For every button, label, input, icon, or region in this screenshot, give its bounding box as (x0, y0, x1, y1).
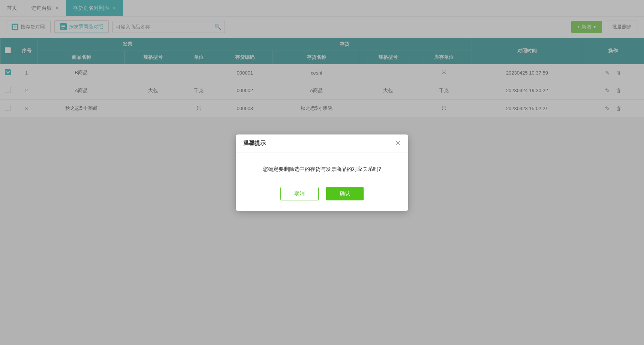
main-content: 序号 发票 存货 对照时间 操作 商品名称 规格型号 单位 存货编码 存货名称 … (0, 37, 644, 118)
modal-overlay: 温馨提示 ✕ 您确定要删除选中的存货与发票商品的对应关系吗? 取消 确认 (0, 0, 644, 118)
